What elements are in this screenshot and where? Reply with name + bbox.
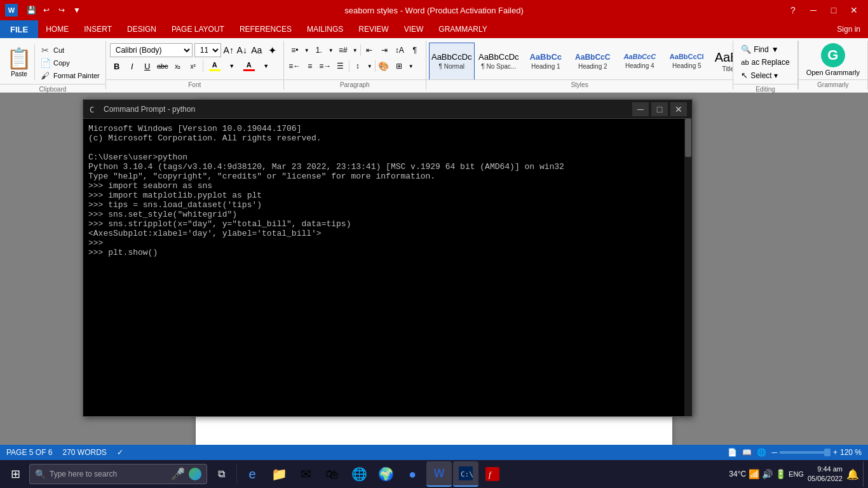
proofing-status[interactable]: ✓ [117,448,123,457]
cmd-scroll-thumb[interactable] [685,119,691,157]
italic-btn[interactable]: I [125,59,139,73]
bold-btn[interactable]: B [110,59,124,73]
text-highlight-btn[interactable]: A [206,59,224,73]
page-layout-menu[interactable]: PAGE LAYOUT [164,20,232,38]
select-btn[interactable]: ↖ Select ▾ [738,69,780,81]
show-formatting-btn[interactable]: ¶ [408,43,422,57]
change-case-btn[interactable]: Aa [250,43,264,57]
subscript-btn[interactable]: x₂ [171,59,185,73]
chrome-btn[interactable]: 🌐 [346,461,372,487]
customize-quick-btn[interactable]: ▼ [70,3,84,17]
align-center-btn[interactable]: ≡ [303,59,317,73]
shading-btn[interactable]: 🎨 [377,59,391,73]
style-heading5[interactable]: AaBbCcCl Heading 5 [664,43,710,80]
decrease-indent-btn[interactable]: ⇤ [362,43,376,57]
minimize-btn[interactable]: ─ [804,1,822,19]
page-status[interactable]: PAGE 5 OF 6 [6,448,52,457]
undo-quick-btn[interactable]: ↩ [39,3,53,17]
design-menu[interactable]: DESIGN [119,20,164,38]
open-grammarly-btn[interactable]: Open Grammarly [806,69,860,76]
close-btn[interactable]: ✕ [845,1,863,19]
justify-btn[interactable]: ☰ [334,59,348,73]
help-btn[interactable]: ? [784,1,802,19]
cmd-minimize-btn[interactable]: ─ [632,102,649,116]
find-btn[interactable]: 🔍 Find ▼ [738,43,781,55]
word-count-status[interactable]: 270 WORDS [62,448,106,457]
cmd-close-btn[interactable]: ✕ [670,102,687,116]
notification-btn[interactable]: 🔔 [846,468,859,480]
font-size-select[interactable]: 11 [194,43,221,57]
zoom-slider[interactable] [780,451,831,454]
review-menu[interactable]: REVIEW [351,20,396,38]
font-color-btn[interactable]: A [240,59,258,73]
taskbar-search-bar[interactable]: 🔍 Type here to search 🎤 [29,464,207,484]
mailings-menu[interactable]: MAILINGS [299,20,351,38]
insert-menu[interactable]: INSERT [76,20,119,38]
show-desktop-btn[interactable] [863,461,865,487]
cmd-maximize-btn[interactable]: □ [651,102,668,116]
home-menu[interactable]: HOME [38,20,76,38]
start-button[interactable]: ⊞ [3,461,28,487]
style-title[interactable]: AaBl Title [711,43,733,80]
wifi-icon[interactable]: 📶 [749,469,759,479]
sign-in-btn[interactable]: Sign in [829,20,868,38]
globe-btn[interactable]: 🌍 [373,461,398,487]
view-menu[interactable]: VIEW [397,20,431,38]
increase-indent-btn[interactable]: ⇥ [377,43,391,57]
borders-btn[interactable]: ⊞ [392,59,406,73]
style-heading1[interactable]: AaBbCc Heading 1 [523,43,569,80]
bullets-dropdown[interactable]: ▼ [303,43,311,57]
save-quick-btn[interactable]: 💾 [24,3,38,17]
style-heading4[interactable]: AaBbCcC Heading 4 [617,43,663,80]
maximize-btn[interactable]: □ [825,1,843,19]
battery-icon[interactable]: 🔋 [775,469,786,479]
strikethrough-btn[interactable]: abc [156,59,170,73]
grammarly-menu[interactable]: GRAMMARLY [431,20,494,38]
borders-dropdown[interactable]: ▼ [407,59,415,73]
line-spacing-btn[interactable]: ↕ [351,59,365,73]
word-btn[interactable]: W [426,461,452,487]
font-family-select[interactable]: Calibri (Body) [110,43,193,57]
numbering-dropdown[interactable]: ▼ [327,43,335,57]
multilevel-btn[interactable]: ≡# [336,43,350,57]
superscript-btn[interactable]: x² [186,59,200,73]
style-nospace[interactable]: AaBbCcDc ¶ No Spac... [476,43,522,80]
file-menu[interactable]: FILE [0,20,38,38]
replace-btn[interactable]: ab ac Replace [738,57,792,68]
chrome2-btn[interactable]: ● [400,461,425,487]
numbering-btn[interactable]: 1. [312,43,326,57]
taskbar-clock[interactable]: 9:44 am 05/06/2022 [808,464,843,484]
cut-button[interactable]: ✂ Cut [37,44,102,56]
clear-format-btn[interactable]: ✦ [266,43,280,57]
view-mode-web[interactable]: 🌐 [757,448,766,457]
view-mode-read[interactable]: 📖 [742,448,752,457]
cmd-scrollbar[interactable] [684,119,692,416]
bullets-btn[interactable]: ≡• [288,43,302,57]
references-menu[interactable]: REFERENCES [232,20,299,38]
speaker-icon[interactable]: 🔊 [762,469,773,479]
zoom-out-btn[interactable]: ─ [771,448,777,457]
app2-btn[interactable]: f [480,461,505,487]
terminal-btn[interactable]: C:\ [453,461,478,487]
keyboard-icon[interactable]: ENG [789,470,804,478]
multilevel-dropdown[interactable]: ▼ [351,43,359,57]
font-grow-btn[interactable]: A↑ [223,44,234,56]
cmd-content[interactable]: Microsoft Windows [Version 10.0.19044.17… [83,119,684,416]
file-explorer-btn[interactable]: 📁 [266,461,292,487]
zoom-in-btn[interactable]: + [833,448,837,457]
align-right-btn[interactable]: ≡→ [318,59,332,73]
edge-btn[interactable]: e [240,461,265,487]
paste-button[interactable]: 📋 Paste [4,44,35,80]
view-mode-print[interactable]: 📄 [728,448,737,457]
style-normal[interactable]: AaBbCcDc ¶ Normal [429,43,475,80]
font-shrink-btn[interactable]: A↓ [236,44,248,56]
style-heading2[interactable]: AaBbCcC Heading 2 [570,43,616,80]
font-color-dropdown-btn[interactable]: ▼ [259,59,273,73]
sort-btn[interactable]: ↕A [393,43,407,57]
mail-btn[interactable]: ✉ [293,461,318,487]
store-btn[interactable]: 🛍 [320,461,345,487]
redo-quick-btn[interactable]: ↪ [55,3,69,17]
task-view-btn[interactable]: ⧉ [208,461,234,487]
format-painter-button[interactable]: 🖌 Format Painter [37,70,102,81]
grammarly-icon[interactable]: G [821,43,845,67]
